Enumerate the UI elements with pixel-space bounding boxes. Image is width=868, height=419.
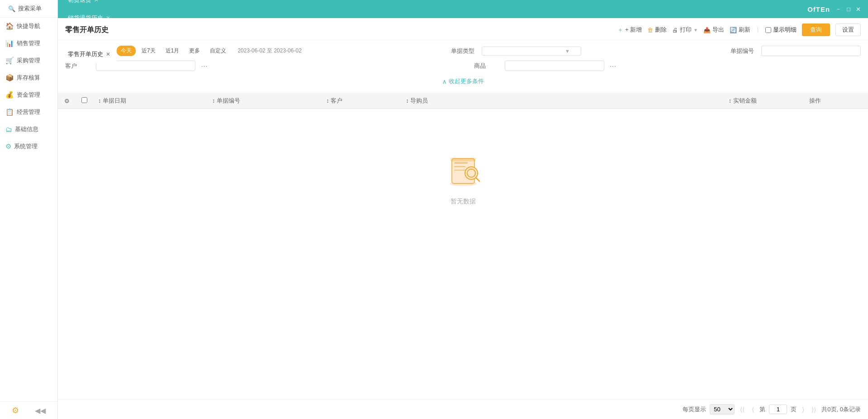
date-btn-today[interactable]: 今天 [117,46,136,56]
tab-close-retail-open-history[interactable]: ✕ [106,51,110,57]
export-icon: 📤 [703,27,711,33]
customer-picker-icon[interactable]: ··· [201,62,208,70]
current-page-input[interactable] [769,405,787,414]
per-page-label: 每页显示 [683,405,706,414]
th-action: 操作 [762,93,868,109]
close-btn[interactable]: ✕ [856,6,861,13]
tab-label-retail-open: 零售开单 [68,32,91,40]
tab-label-sales-return: 销货退货 [68,0,91,4]
th-no-label: ↕ 单据编号 [212,97,240,104]
sidebar-item-purchase-mgmt[interactable]: 🛒采购管理 [0,52,57,69]
toolbar-divider [758,27,758,33]
display-detail-label: 显示明细 [773,26,797,34]
print-button[interactable]: 🖨 打印 ▼ [672,26,698,34]
sidebar-bottom: ⚙ ◀◀ [0,401,57,419]
refresh-icon: 🔄 [730,27,737,33]
nav-icon-quick-nav: 🏠 [5,22,14,30]
select-all-checkbox[interactable] [81,97,87,103]
print-label: 打印 [680,26,692,34]
display-detail-checkbox[interactable] [765,27,771,33]
sidebar-item-quick-nav[interactable]: 🏠快捷导航 [0,18,57,35]
bill-type-dropdown-icon: ▼ [565,48,570,54]
th-amount[interactable]: ↕ 实销金额 [497,93,762,109]
display-detail-toggle[interactable]: 显示明细 [765,26,797,34]
empty-text: 暂无数据 [451,198,476,206]
th-no[interactable]: ↕ 单据编号 [207,93,321,109]
print-icon: 🖨 [672,27,678,33]
minimize-btn[interactable]: － [835,5,841,13]
sidebar-search-btn[interactable]: 🔍 搜索采单 [0,0,57,18]
pagination: 每页显示 50 10 20 100 ⟨⟨ ⟨ 第 页 ⟩ ⟩⟩ 共0页, 0条记… [58,399,868,419]
date-btn-more[interactable]: 更多 [185,46,204,56]
delete-icon: 🗑 [647,27,653,33]
next-page-btn[interactable]: ⟩ [800,405,806,414]
th-customer[interactable]: ↕ 客户 [321,93,400,109]
sidebar-item-sys-mgmt[interactable]: ⚙系统管理 [0,138,57,155]
page-unit: 页 [791,405,797,414]
th-settings[interactable]: ⚙ [58,93,76,109]
settings-bottom-icon[interactable]: ⚙ [12,405,19,415]
add-icon: ＋ [617,26,623,34]
nav-label-sys-mgmt: 系统管理 [14,142,38,151]
sidebar-item-finance[interactable]: 💰资金管理 [0,86,57,104]
tab-retail-open-history[interactable]: 零售开单历史✕ [62,45,117,63]
table-area: ⚙ ↕ 单据日期 ↕ 单据编号 ↕ 客户 ↕ 导购员 [58,93,868,399]
date-range-text: 2023-06-02 至 2023-06-02 [237,47,301,55]
setting-button[interactable]: 设置 [835,24,861,36]
refresh-label: 刷新 [739,26,750,34]
goods-picker-icon[interactable]: ··· [610,62,617,70]
first-page-btn[interactable]: ⟨⟨ [738,405,746,414]
goods-label: 商品 [474,62,501,70]
tab-close-sales-return[interactable]: ✕ [94,0,99,3]
export-button[interactable]: 📤 导出 [703,26,724,34]
tab-sales-return[interactable]: 销货退货✕ [62,0,117,9]
nav-label-basic-info: 基础信息 [15,125,38,133]
sidebar-item-basic-info[interactable]: 🗂基础信息 [0,121,57,138]
sidebar-item-sales-mgmt[interactable]: 📊销售管理 [0,35,57,52]
tab-close-sales-return-history[interactable]: ✕ [106,15,110,21]
tab-close-retail-open[interactable]: ✕ [94,33,99,39]
delete-button[interactable]: 🗑 删除 [647,26,667,34]
nav-icon-basic-info: 🗂 [5,126,12,133]
th-date-label: ↕ 单据日期 [98,97,126,104]
filter-row-1: 单据日期 昨天今天近7天近1月更多自定义 2023-06-02 至 2023-0… [65,46,861,56]
th-date[interactable]: ↕ 单据日期 [93,93,207,109]
filter-row-2: 客户 ··· 商品 ··· [65,61,861,71]
nav-label-sales-mgmt: 销售管理 [17,39,40,47]
page-size-select[interactable]: 50 10 20 100 [710,404,735,414]
total-info: 共0页, 0条记录 [821,405,861,414]
th-action-label: 操作 [809,97,821,104]
th-guide[interactable]: ↕ 导购员 [400,93,497,109]
date-btn-custom[interactable]: 自定义 [206,46,230,56]
empty-state: 暂无数据 [58,109,868,242]
toolbar: ＋ + 新增 🗑 删除 🖨 打印 ▼ 📤 导出 🔄 [617,24,861,36]
query-button[interactable]: 查询 [802,24,830,36]
collapse-filter-btn[interactable]: ∧ 收起更多条件 [65,75,861,87]
nav-icon-purchase-mgmt: 🛒 [5,56,14,65]
date-btn-last_month[interactable]: 近1月 [161,46,184,56]
prev-page-btn[interactable]: ⟨ [750,405,756,414]
add-button[interactable]: ＋ + 新增 [617,26,642,34]
svg-rect-8 [451,158,476,161]
tab-retail-open[interactable]: 零售开单✕ [62,27,117,45]
goods-input[interactable] [505,61,604,71]
date-btn-last7[interactable]: 近7天 [138,46,160,56]
content-area: 零售开单历史 ＋ + 新增 🗑 删除 🖨 打印 ▼ 📤 导出 [58,18,868,419]
tab-sales-return-history[interactable]: 销货退货历史✕ [62,9,117,27]
last-page-btn[interactable]: ⟩⟩ [810,405,818,414]
bill-type-select[interactable]: ▼ [482,47,581,56]
collapse-sidebar-icon[interactable]: ◀◀ [35,406,46,415]
svg-line-7 [476,178,479,181]
sidebar-item-operations[interactable]: 📋经营管理 [0,104,57,121]
svg-rect-3 [454,166,465,167]
brand-name: OfTEn [807,5,830,13]
filter-area: 单据日期 昨天今天近7天近1月更多自定义 2023-06-02 至 2023-0… [58,40,868,93]
sidebar-item-inventory[interactable]: 📦库存核算 [0,69,57,86]
bill-no-label: 单据编号 [730,47,758,55]
add-label: + 新增 [625,26,642,34]
brand-area: OfTEn － □ ✕ [807,0,868,18]
refresh-button[interactable]: 🔄 刷新 [730,26,750,34]
maximize-btn[interactable]: □ [847,6,850,13]
bill-no-input[interactable] [761,46,861,56]
data-table: ⚙ ↕ 单据日期 ↕ 单据编号 ↕ 客户 ↕ 导购员 [58,93,868,109]
